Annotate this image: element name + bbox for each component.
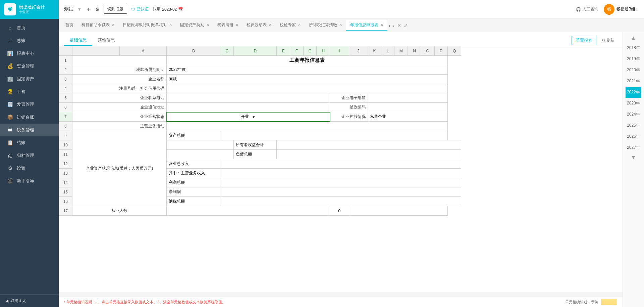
add-tab-button[interactable]: +	[86, 5, 91, 14]
year-item-2018年[interactable]: 2018年	[626, 42, 641, 53]
sidebar-label: 首页	[17, 25, 25, 31]
switch-old-button[interactable]: 切到旧版	[104, 5, 127, 14]
service-button[interactable]: 🎧 人工咨询	[576, 6, 598, 12]
email-value[interactable]	[368, 93, 448, 103]
row-num: 17	[59, 206, 72, 216]
sidebar-item-资金管理[interactable]: 💰资金管理	[0, 60, 59, 73]
year-item-2022年[interactable]: 2022年	[626, 87, 641, 98]
tab-固定资产类别[interactable]: 固定资产类别✕	[176, 20, 213, 31]
tab-税检专家[interactable]: 税检专家✕	[276, 20, 305, 31]
year-item-2023年[interactable]: 2023年	[626, 98, 641, 109]
company-name-value[interactable]: 测试	[167, 75, 448, 84]
employee-value-left[interactable]	[167, 206, 330, 216]
tab-label: 首页	[65, 22, 73, 28]
postal-value[interactable]	[368, 103, 448, 112]
holding-value[interactable]: 私营企业	[368, 112, 448, 122]
total-tax-value[interactable]	[220, 197, 461, 206]
sheet-container[interactable]: ABCDEFGHIJKLMNOPQ 1工商年报信息表2税款所属期间：2022年度…	[59, 46, 623, 293]
table-row: 3企业名称测试	[59, 75, 461, 84]
sidebar-item-工资[interactable]: 👷工资	[0, 85, 59, 98]
tab-close-all-button[interactable]: ✕	[396, 21, 402, 30]
total-liabilities-value[interactable]	[277, 150, 461, 159]
sidebar-icon: 💰	[7, 63, 13, 69]
tab-close-icon[interactable]: ✕	[339, 23, 342, 27]
status-right: 单元格编辑过：示例	[565, 299, 617, 305]
address-value[interactable]	[167, 103, 330, 112]
year-item-2020年[interactable]: 2020年	[626, 64, 641, 76]
sidebar-label: 新手引导	[17, 178, 34, 184]
sidebar-item-报表中心[interactable]: 📊报表中心	[0, 47, 59, 60]
tab-所得税汇算清缴[interactable]: 所得税汇算清缴✕	[305, 20, 346, 31]
horizontal-scrollbar[interactable]	[59, 293, 623, 297]
refresh-button[interactable]: ↻ 刷新	[599, 36, 617, 45]
row-num: 1	[59, 56, 72, 65]
reg-no-value[interactable]	[167, 84, 448, 93]
sidebar-item-固定资产[interactable]: 🏢固定资产	[0, 73, 59, 85]
total-tax-label: 纳税总额	[167, 197, 220, 206]
year-item-2027年[interactable]: 2027年	[626, 142, 641, 153]
total-profit-value[interactable]	[220, 178, 461, 187]
year-scroll-down-button[interactable]: ▼	[623, 153, 644, 162]
phone-value[interactable]	[167, 93, 330, 103]
sidebar-item-归档管理[interactable]: 🗂归档管理	[0, 149, 59, 162]
sidebar-label: 总账	[17, 38, 25, 44]
main-revenue-value[interactable]	[220, 169, 461, 178]
main-biz-value[interactable]	[167, 122, 448, 131]
year-item-2025年[interactable]: 2025年	[626, 120, 641, 131]
tab-首页[interactable]: 首页	[61, 20, 77, 31]
year-item-2026年[interactable]: 2026年	[626, 131, 641, 142]
reset-report-button[interactable]: 重置报表	[572, 36, 596, 45]
tab-年报信息申报表[interactable]: 年报信息申报表✕	[346, 20, 387, 31]
period-value-cell[interactable]: 2022年度	[167, 65, 448, 75]
tab-next-button[interactable]: ›	[392, 21, 396, 30]
tab-label: 固定资产类别	[180, 22, 204, 28]
tab-close-icon[interactable]: ✕	[380, 23, 383, 27]
year-item-2024年[interactable]: 2024年	[626, 109, 641, 120]
tab-prev-button[interactable]: ‹	[387, 21, 392, 30]
total-assets-value[interactable]	[220, 131, 448, 140]
tab-label: 税负波动表	[247, 22, 267, 28]
sidebar-item-发票管理[interactable]: 🧾发票管理	[0, 98, 59, 111]
sidebar-item-新手引导[interactable]: 🎬新手引导	[0, 175, 59, 187]
user-menu[interactable]: 畅 畅捷通B组...	[604, 4, 639, 15]
biz-status-value[interactable]: 开业 ▼	[167, 112, 330, 122]
tab-close-icon[interactable]: ✕	[269, 23, 272, 27]
tab-close-icon[interactable]: ✕	[235, 23, 238, 27]
sidebar-label: 结账	[17, 140, 25, 146]
tab-税负波动表[interactable]: 税负波动表✕	[243, 20, 276, 31]
year-item-2019年[interactable]: 2019年	[626, 53, 641, 64]
sidebar-item-首页[interactable]: ⌂首页	[0, 21, 59, 34]
tab-close-icon[interactable]: ✕	[112, 23, 115, 27]
sidebar-item-设置[interactable]: ⚙设置	[0, 162, 59, 175]
total-revenue-value[interactable]	[220, 159, 461, 169]
tab-close-icon[interactable]: ✕	[298, 23, 301, 27]
sub-tab-基础信息[interactable]: 基础信息	[64, 35, 92, 46]
tab-close-icon[interactable]: ✕	[169, 23, 172, 27]
sidebar-item-结账[interactable]: 📋结账	[0, 136, 59, 149]
year-scroll-up-button[interactable]: ▲	[623, 34, 644, 42]
employee-count[interactable]: 0	[330, 206, 349, 216]
owner-equity-value[interactable]	[277, 140, 461, 150]
settings-icon[interactable]: ⚙	[95, 7, 100, 12]
net-profit-value[interactable]	[220, 187, 461, 197]
tab-科目辅助余额表[interactable]: 科目辅助余额表✕	[77, 20, 119, 31]
sidebar-item-总账[interactable]: ≡总账	[0, 34, 59, 47]
topbar: 测试 ▼ + ⚙ 切到旧版 🛡 已认证 账期 2023-02 📅 🎧 人工咨询 …	[59, 0, 644, 19]
year-item-2021年[interactable]: 2021年	[626, 76, 641, 87]
calendar-icon[interactable]: 📅	[178, 7, 183, 12]
sub-tab-其他信息[interactable]: 其他信息	[92, 35, 120, 46]
tab-close-icon[interactable]: ✕	[206, 23, 209, 27]
row-num: 16	[59, 197, 72, 206]
tab-日记账与银行对账单核对[interactable]: 日记账与银行对账单核对✕	[119, 20, 176, 31]
main-revenue-label: 其中：主营业务收入	[167, 169, 220, 178]
tab-expand-button[interactable]: ⤢	[402, 21, 409, 30]
project-dropdown-icon[interactable]: ▼	[77, 7, 82, 12]
employee-value-right[interactable]	[349, 206, 448, 216]
sidebar-item-进销台账[interactable]: 📦进销台账	[0, 111, 59, 124]
sidebar-unpin-button[interactable]: ◀ 取消固定	[0, 294, 59, 307]
sidebar-item-税务管理[interactable]: 🏛税务管理	[0, 124, 59, 136]
period-label-cell[interactable]: 税款所属期间：	[72, 65, 167, 75]
asset-info-label	[167, 150, 234, 159]
tab-税表清册[interactable]: 税表清册✕	[213, 20, 243, 31]
company-name-label: 企业名称	[72, 75, 167, 84]
